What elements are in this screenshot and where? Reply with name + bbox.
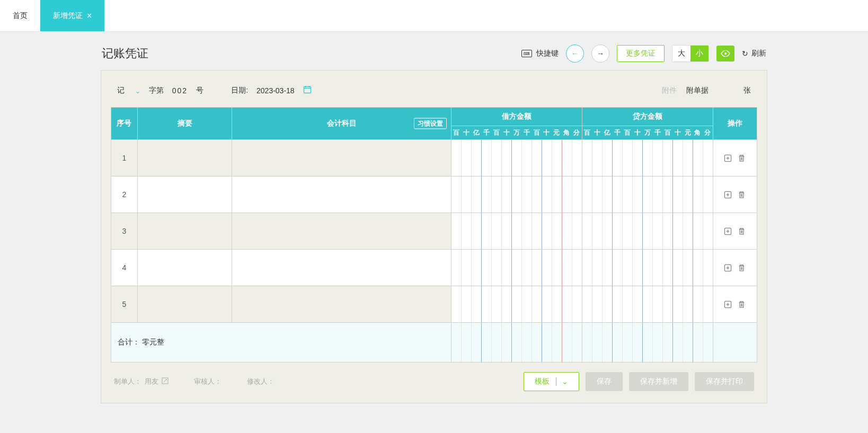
delete-row-icon[interactable] (738, 263, 746, 272)
voucher-footer: 制单人： 用友 审核人： 修改人： 模板 ⌄ 保存 (111, 363, 757, 393)
voucher-top-right: 附件 附单据 张 (662, 86, 751, 95)
table-row: 4 (111, 250, 757, 286)
arrow-right-icon: → (597, 49, 604, 58)
zhang-label: 张 (743, 86, 751, 95)
save-button[interactable]: 保存 (586, 372, 623, 391)
more-vouchers-button[interactable]: 更多凭证 (617, 45, 665, 62)
total-label: 合计： (118, 338, 140, 346)
subject-cell[interactable] (232, 140, 451, 176)
summary-cell[interactable] (137, 213, 232, 250)
table-row: 5 (111, 286, 757, 323)
ops-cell (713, 140, 757, 176)
summary-cell[interactable] (137, 176, 232, 213)
total-cell: 合计： 零元整 (111, 323, 451, 363)
hao-label: 号 (196, 86, 203, 95)
voucher-type-select[interactable]: 记 ⌄ (117, 86, 140, 95)
refresh-button[interactable]: ↻ 刷新 (742, 49, 766, 58)
tab-new-voucher[interactable]: 新增凭证 × (40, 0, 104, 31)
tab-home[interactable]: 首页 (0, 0, 40, 31)
footer-actions: 模板 ⌄ 保存 保存并新增 保存并打印 (524, 372, 754, 391)
summary-cell[interactable] (137, 250, 232, 286)
reviewer-section: 审核人： (194, 377, 222, 386)
add-row-icon[interactable] (724, 154, 732, 162)
subject-cell[interactable] (232, 176, 451, 213)
main-panel: 记账凭证 ⌨ 快捷键 ← → 更多凭证 大 小 ↻ 刷新 (101, 41, 767, 403)
voucher-top-left: 记 ⌄ 字第 002 号 日期: 2023-03-18 (117, 85, 312, 95)
template-button[interactable]: 模板 ⌄ (524, 372, 579, 391)
credit-cell[interactable] (582, 176, 713, 213)
credit-cell[interactable] (582, 286, 713, 323)
total-row: 合计： 零元整 (111, 323, 757, 363)
svg-rect-1 (304, 87, 311, 93)
voucher-number[interactable]: 002 (172, 86, 188, 95)
header-actions: ⌨ 快捷键 ← → 更多凭证 大 小 ↻ 刷新 (521, 45, 766, 63)
debit-cell[interactable] (451, 250, 582, 286)
template-dropdown-icon[interactable]: ⌄ (556, 377, 568, 386)
edit-maker-icon[interactable] (162, 377, 169, 386)
eye-icon (721, 50, 730, 57)
seq-cell: 4 (111, 250, 138, 286)
ops-cell (713, 176, 757, 213)
tab-label: 新增凭证 (53, 11, 83, 21)
add-row-icon[interactable] (724, 263, 732, 272)
summary-cell[interactable] (137, 140, 232, 176)
delete-row-icon[interactable] (738, 227, 746, 235)
keyboard-icon: ⌨ (521, 50, 532, 57)
prev-voucher-button[interactable]: ← (566, 45, 584, 63)
voucher-container: 记 ⌄ 字第 002 号 日期: 2023-03-18 附件 附单据 张 (101, 70, 767, 403)
delete-row-icon[interactable] (738, 300, 746, 308)
debit-cell[interactable] (451, 140, 582, 176)
save-and-new-button[interactable]: 保存并新增 (629, 372, 688, 391)
arrow-left-icon: ← (571, 49, 579, 58)
refresh-icon: ↻ (742, 49, 748, 58)
total-text: 零元整 (142, 338, 164, 346)
tab-close-icon[interactable]: × (87, 11, 92, 21)
template-label: 模板 (535, 377, 550, 386)
col-ops: 操作 (713, 108, 757, 140)
maker-label: 制单人： (114, 377, 141, 386)
credit-digits: 百十亿千百十万千百十元角分 (582, 126, 713, 140)
add-row-icon[interactable] (724, 227, 732, 235)
shortcut-button[interactable]: ⌨ 快捷键 (521, 49, 559, 58)
summary-cell[interactable] (137, 286, 232, 323)
subject-cell[interactable] (232, 250, 451, 286)
voucher-date[interactable]: 2023-03-18 (256, 86, 295, 95)
size-small-button[interactable]: 小 (690, 46, 708, 61)
delete-row-icon[interactable] (738, 154, 746, 162)
col-seq: 序号 (111, 108, 138, 140)
add-row-icon[interactable] (724, 300, 732, 308)
debit-cell[interactable] (451, 213, 582, 250)
size-big-button[interactable]: 大 (672, 46, 690, 61)
save-and-print-button[interactable]: 保存并打印 (695, 372, 754, 391)
reviewer-label: 审核人： (194, 377, 222, 386)
chevron-down-icon: ⌄ (135, 87, 140, 95)
visibility-button[interactable] (716, 46, 734, 61)
voucher-table: 序号 摘要 会计科目 习惯设置 借方金额 贷方金额 操作 百十亿千百十万千百十元… (111, 107, 757, 363)
ops-cell (713, 286, 757, 323)
subject-cell[interactable] (232, 213, 451, 250)
total-debit (451, 323, 582, 363)
habit-settings-button[interactable]: 习惯设置 (414, 118, 447, 129)
seq-cell: 1 (111, 140, 138, 176)
add-row-icon[interactable] (724, 190, 732, 199)
total-ops (713, 323, 757, 363)
debit-cell[interactable] (451, 176, 582, 213)
debit-cell[interactable] (451, 286, 582, 323)
seq-cell: 5 (111, 286, 138, 323)
footer-left: 制单人： 用友 审核人： 修改人： (114, 377, 274, 386)
credit-cell[interactable] (582, 250, 713, 286)
panel-header: 记账凭证 ⌨ 快捷键 ← → 更多凭证 大 小 ↻ 刷新 (101, 41, 767, 70)
refresh-label: 刷新 (751, 49, 766, 58)
shortcut-label: 快捷键 (536, 49, 559, 58)
next-voucher-button[interactable]: → (591, 45, 609, 63)
credit-cell[interactable] (582, 213, 713, 250)
maker-section: 制单人： 用友 (114, 377, 169, 386)
col-summary: 摘要 (137, 108, 232, 140)
attachment-label: 附单据 (686, 86, 708, 95)
table-row: 2 (111, 176, 757, 213)
subject-cell[interactable] (232, 286, 451, 323)
calendar-icon[interactable] (303, 85, 312, 95)
credit-cell[interactable] (582, 140, 713, 176)
delete-row-icon[interactable] (738, 190, 746, 199)
ops-cell (713, 213, 757, 250)
